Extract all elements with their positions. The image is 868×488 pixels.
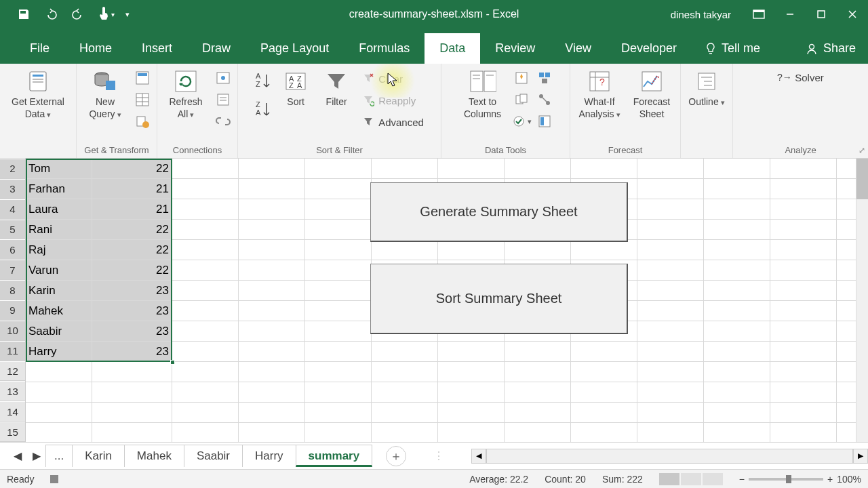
- row-header[interactable]: 6: [0, 239, 25, 260]
- view-page-layout[interactable]: [681, 473, 701, 485]
- refresh-all-button[interactable]: Refresh All: [161, 66, 210, 120]
- maximize-button[interactable]: [806, 0, 837, 28]
- cell[interactable]: [239, 423, 305, 442]
- tab-file[interactable]: File: [15, 33, 64, 64]
- cell[interactable]: [305, 301, 372, 321]
- cell[interactable]: [571, 159, 637, 179]
- zoom-control[interactable]: − + 100%: [739, 474, 861, 485]
- row-header[interactable]: 3: [0, 179, 25, 199]
- cell[interactable]: [26, 403, 92, 423]
- sort-button[interactable]: AZZA Sort: [277, 66, 315, 108]
- cell[interactable]: [305, 342, 372, 362]
- cell[interactable]: [505, 403, 571, 423]
- cell[interactable]: Mahek: [26, 301, 92, 321]
- flash-fill-button[interactable]: [511, 68, 532, 88]
- tab-developer[interactable]: Developer: [606, 33, 692, 64]
- cell[interactable]: [239, 179, 305, 199]
- minimize-button[interactable]: [774, 0, 806, 28]
- ribbon-display-options[interactable]: [743, 0, 774, 28]
- cell[interactable]: 22: [92, 159, 172, 179]
- sheet-tab-karin[interactable]: Karin: [72, 445, 125, 467]
- cell[interactable]: [438, 362, 505, 382]
- cell[interactable]: [92, 362, 172, 382]
- cell[interactable]: [372, 159, 438, 179]
- cell[interactable]: [704, 423, 770, 442]
- add-sheet-button[interactable]: ＋: [386, 446, 406, 466]
- cell[interactable]: [172, 321, 239, 342]
- zoom-in[interactable]: +: [827, 474, 833, 485]
- recent-sources-button[interactable]: [132, 111, 153, 131]
- cell[interactable]: [770, 179, 837, 199]
- cell[interactable]: [637, 362, 704, 382]
- cell[interactable]: Laura: [26, 199, 92, 220]
- cell[interactable]: [770, 301, 837, 321]
- vertical-scrollbar[interactable]: [856, 159, 868, 442]
- cell[interactable]: [770, 260, 837, 281]
- cell[interactable]: [239, 220, 305, 240]
- cell[interactable]: [571, 362, 637, 382]
- connections-button[interactable]: [213, 68, 233, 88]
- tab-view[interactable]: View: [550, 33, 606, 64]
- sort-summary-button[interactable]: Sort Summary Sheet: [370, 264, 628, 334]
- cell[interactable]: Karin: [26, 281, 92, 301]
- advanced-filter-button[interactable]: Advanced: [358, 111, 428, 133]
- cell[interactable]: [770, 281, 837, 301]
- cell[interactable]: [172, 240, 239, 260]
- cell[interactable]: [372, 362, 438, 382]
- cell[interactable]: [239, 240, 305, 260]
- tab-scroll-left[interactable]: ◀: [8, 446, 27, 466]
- cell[interactable]: [704, 281, 770, 301]
- cell[interactable]: 23: [92, 281, 172, 301]
- tab-formulas[interactable]: Formulas: [344, 33, 425, 64]
- cell[interactable]: [305, 362, 372, 382]
- cell[interactable]: [770, 199, 837, 220]
- cell[interactable]: [704, 199, 770, 220]
- cell[interactable]: [770, 321, 837, 342]
- cell[interactable]: [704, 220, 770, 240]
- cell[interactable]: [239, 342, 305, 362]
- cell[interactable]: [637, 403, 704, 423]
- cell[interactable]: [172, 220, 239, 240]
- row-header[interactable]: 10: [0, 321, 25, 341]
- sheet-tab-mahek[interactable]: Mahek: [124, 445, 184, 467]
- tab-page-layout[interactable]: Page Layout: [245, 33, 344, 64]
- cell[interactable]: [172, 260, 239, 281]
- fill-handle[interactable]: [170, 360, 175, 365]
- cell[interactable]: [637, 240, 704, 260]
- tab-review[interactable]: Review: [480, 33, 550, 64]
- cell[interactable]: [239, 281, 305, 301]
- cell[interactable]: [438, 342, 505, 362]
- cell[interactable]: [26, 382, 92, 403]
- collapse-ribbon-button[interactable]: ⤢: [859, 146, 865, 155]
- cell[interactable]: [92, 403, 172, 423]
- row-header[interactable]: 13: [0, 381, 25, 401]
- cell[interactable]: [770, 342, 837, 362]
- data-validation-button[interactable]: [511, 111, 532, 131]
- cell[interactable]: [438, 159, 505, 179]
- share-button[interactable]: Share: [797, 33, 868, 64]
- qat-customize-button[interactable]: ▾: [121, 3, 134, 26]
- properties-button[interactable]: [213, 89, 233, 110]
- cell[interactable]: 21: [92, 199, 172, 220]
- row-header[interactable]: 14: [0, 401, 25, 422]
- filter-button[interactable]: Filter: [317, 66, 355, 108]
- row-header[interactable]: 2: [0, 159, 25, 179]
- touch-mode-button[interactable]: ▾: [94, 3, 117, 26]
- solver-button[interactable]: ?→ Solver: [773, 66, 828, 88]
- cell[interactable]: [770, 159, 837, 179]
- cell[interactable]: [438, 423, 505, 442]
- row-header[interactable]: 7: [0, 260, 25, 280]
- cell[interactable]: Saabir: [26, 321, 92, 342]
- cell[interactable]: [172, 159, 239, 179]
- text-to-columns-button[interactable]: Text to Columns: [457, 66, 509, 120]
- cell[interactable]: [438, 382, 505, 403]
- relationships-button[interactable]: [534, 89, 555, 110]
- cell[interactable]: [239, 301, 305, 321]
- cell[interactable]: [372, 382, 438, 403]
- cell[interactable]: 22: [92, 240, 172, 260]
- remove-duplicates-button[interactable]: [511, 89, 532, 110]
- cell[interactable]: [505, 240, 571, 260]
- cell[interactable]: [505, 342, 571, 362]
- sheet-tab-saabir[interactable]: Saabir: [184, 445, 243, 467]
- cell[interactable]: [438, 403, 505, 423]
